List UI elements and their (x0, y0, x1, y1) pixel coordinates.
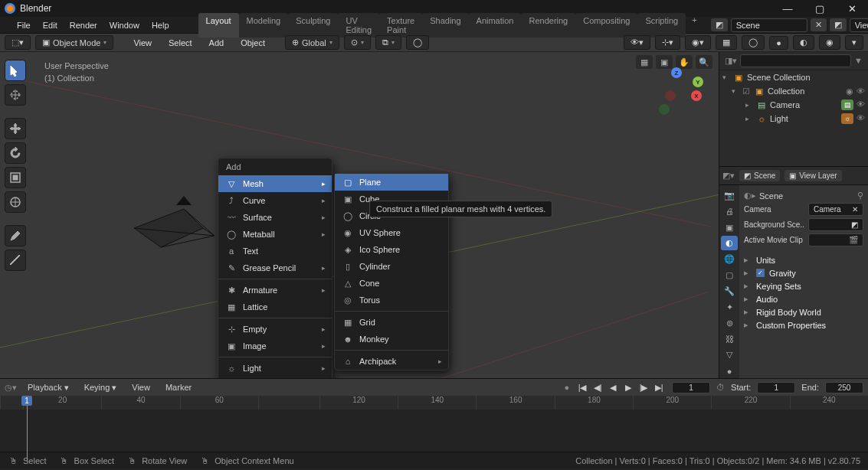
pivot-dropdown[interactable]: ⊙ (344, 35, 371, 50)
outliner-collection[interactable]: ▾ ☑ ▣ Collection ◉ 👁 (719, 84, 868, 98)
axis-gizmo[interactable]: Z Y X (657, 67, 703, 113)
editor-type-icon[interactable]: ⬚▾ (5, 35, 31, 50)
cursor-tool[interactable] (5, 84, 26, 106)
add-menu-item-curve[interactable]: ⤴Curve (218, 192, 332, 209)
section-audio[interactable]: ▸Audio (744, 292, 863, 305)
keying-menu[interactable]: Keying ▾ (80, 381, 122, 394)
camera-data-icon[interactable]: ▤ (841, 100, 853, 110)
light-data-icon[interactable]: ☼ (841, 113, 853, 124)
axis-neg-y[interactable] (659, 104, 670, 115)
shading-wireframe-icon[interactable]: ◯ (742, 35, 765, 50)
tab-render-icon[interactable]: 📷 (721, 188, 738, 203)
filter-icon[interactable]: ▼ (851, 54, 866, 67)
section-units[interactable]: ▸Units (744, 253, 863, 266)
playback-menu[interactable]: Playback ▾ (23, 381, 74, 394)
3d-viewport[interactable]: User Perspective (1) Collection ▦ ▣ ✋ 🔍 … (0, 52, 719, 378)
tab-world-icon[interactable]: 🌐 (721, 252, 738, 266)
maximize-button[interactable]: ▢ (808, 3, 831, 15)
tab-modifiers-icon[interactable]: 🔧 (721, 284, 738, 299)
jump-start-icon[interactable]: |◀ (575, 381, 589, 393)
mesh-menu-item-ico-sphere[interactable]: ◈Ico Sphere (335, 241, 448, 258)
current-frame-field[interactable]: 1 (672, 382, 710, 393)
minimize-button[interactable]: — (776, 3, 799, 15)
bg-scene-field[interactable]: ◩ (808, 218, 863, 231)
add-menu-item-text[interactable]: aText (218, 243, 332, 259)
annotate-tool[interactable] (5, 225, 26, 246)
move-tool[interactable] (5, 118, 26, 139)
rotate-tool[interactable] (5, 142, 26, 164)
mesh-menu-item-cone[interactable]: △Cone (335, 275, 448, 292)
timeline-track[interactable]: 20 40 60 120 140 160 180 200 220 240 1 (0, 396, 868, 452)
restrict-toggle-icon[interactable]: ◉ (846, 86, 853, 96)
jump-end-icon[interactable]: ▶| (652, 381, 666, 393)
scene-name-field[interactable] (731, 18, 807, 32)
axis-z[interactable]: Z (671, 67, 682, 78)
gravity-checkbox[interactable]: ✓ (756, 269, 765, 277)
add-menu-item-lattice[interactable]: ▦Lattice (218, 299, 332, 315)
keyframe-next-icon[interactable]: |▶ (637, 381, 650, 393)
timeline-type-icon[interactable]: ◷▾ (5, 383, 17, 393)
play-icon[interactable]: ▶ (621, 381, 635, 393)
transform-tool[interactable] (5, 191, 26, 213)
tab-shading[interactable]: Shading (422, 13, 468, 38)
scene-button[interactable]: ◩ Scene (739, 170, 780, 181)
tab-scripting[interactable]: Scripting (637, 13, 686, 38)
viewlayer-button[interactable]: ▣ View Layer (784, 170, 841, 181)
tab-rendering[interactable]: Rendering (521, 13, 575, 38)
tab-physics-icon[interactable]: ⊚ (721, 316, 738, 331)
scene-browse-icon[interactable]: ◩ (711, 18, 728, 31)
section-gravity[interactable]: ▸✓Gravity (744, 266, 863, 279)
add-menu-item-light[interactable]: ☼Light (218, 360, 332, 377)
mesh-menu-item-uv-sphere[interactable]: ◉UV Sphere (335, 224, 448, 241)
tab-uv-editing[interactable]: UV Editing (338, 13, 379, 38)
outliner-scene-collection[interactable]: ▾ ▣ Scene Collection (719, 70, 868, 84)
viewlayer-name-field[interactable] (850, 18, 868, 32)
viewlayer-browse-icon[interactable]: ◩ (830, 18, 847, 31)
gizmo-icon[interactable]: ⊹▾ (655, 35, 680, 50)
tab-sculpting[interactable]: Sculpting (288, 13, 338, 38)
menu-add[interactable]: Add (203, 36, 231, 50)
active-clip-field[interactable]: 🎬 (808, 233, 863, 246)
eye-icon[interactable]: 👁 (857, 86, 865, 96)
playhead[interactable]: 1 (21, 396, 32, 452)
end-frame-field[interactable]: 250 (825, 382, 863, 393)
outliner-search-input[interactable] (740, 54, 851, 67)
add-menu-item-metaball[interactable]: ◯Metaball (218, 226, 332, 243)
section-rigid-body[interactable]: ▸Rigid Body World (744, 305, 863, 318)
props-editor-icon[interactable]: ◩▾ (722, 171, 735, 181)
section-keying-sets[interactable]: ▸Keying Sets (744, 279, 863, 292)
menu-select[interactable]: Select (162, 36, 198, 50)
measure-tool[interactable] (5, 250, 26, 271)
tab-compositing[interactable]: Compositing (575, 13, 637, 38)
add-menu-item-empty[interactable]: ⊹Empty (218, 321, 332, 338)
add-menu-item-light-probe[interactable]: ◉Light Probe (218, 377, 332, 378)
tab-data-icon[interactable]: ▽ (721, 348, 738, 362)
axis-y[interactable]: Y (693, 77, 703, 87)
timeline-view-menu[interactable]: View (127, 381, 155, 393)
orientation-dropdown[interactable]: ⊕ Global (285, 35, 339, 50)
add-menu-item-surface[interactable]: 〰Surface (218, 209, 332, 226)
pin-icon[interactable]: ⚲ (857, 191, 863, 201)
mode-dropdown[interactable]: ▣ Object Mode (35, 35, 113, 50)
tab-particles-icon[interactable]: ✦ (721, 300, 738, 315)
tab-texture-paint[interactable]: Texture Paint (379, 13, 422, 38)
camera-view-icon[interactable]: ▦ (636, 55, 653, 69)
menu-help[interactable]: Help (146, 18, 175, 32)
axis-neg-x[interactable] (665, 90, 676, 101)
camera-object[interactable] (130, 205, 222, 268)
snap-dropdown[interactable]: ⧉ (375, 35, 401, 50)
outliner-item-camera[interactable]: ▸ ▤ Camera ▤👁 (719, 98, 868, 112)
mesh-menu-item-grid[interactable]: ▦Grid (335, 314, 448, 331)
scene-remove-icon[interactable]: ✕ (811, 18, 827, 31)
tab-viewlayer-icon[interactable]: ▣ (721, 220, 738, 235)
autokey-icon[interactable]: ● (564, 383, 569, 392)
mesh-menu-item-monkey[interactable]: ☻Monkey (335, 331, 448, 348)
mesh-menu-item-archipack[interactable]: ⌂Archipack (335, 353, 448, 370)
camera-field[interactable]: Camera ✕ (808, 203, 863, 216)
xray-icon[interactable]: ▦ (716, 35, 737, 50)
add-menu-item-image[interactable]: ▣Image (218, 338, 332, 354)
shading-solid-icon[interactable]: ● (769, 36, 788, 50)
marker-menu[interactable]: Marker (161, 381, 196, 393)
axis-x[interactable]: X (691, 90, 702, 101)
start-frame-field[interactable]: 1 (757, 382, 795, 393)
